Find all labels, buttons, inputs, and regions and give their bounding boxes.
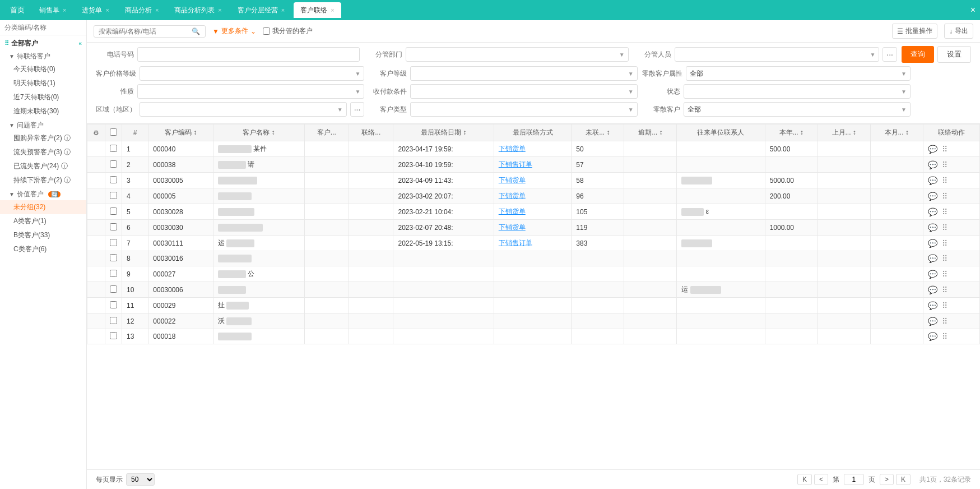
region-dots-btn[interactable]: ··· [350, 102, 365, 117]
action-comment-9[interactable]: 💬 [928, 270, 937, 279]
group-value-customers[interactable]: ▼ 价值客户 🔄 [0, 187, 86, 200]
more-conditions-btn[interactable]: ▼ 更多条件 ⌄ [212, 26, 256, 36]
th-this-year[interactable]: 本年... ↕ [765, 124, 818, 141]
action-grid-1[interactable]: ⠿ [942, 145, 948, 154]
action-grid-11[interactable]: ⠿ [942, 301, 948, 310]
batch-operation-btn[interactable]: ☰ 批量操作 [892, 24, 937, 39]
select-all-checkbox[interactable] [110, 128, 117, 136]
customer-type-select[interactable]: ▼ [410, 102, 637, 117]
action-grid-4[interactable]: ⠿ [942, 192, 948, 201]
close-tab-purchase-order[interactable]: × [105, 7, 109, 13]
action-comment-1[interactable]: 💬 [928, 145, 937, 154]
action-comment-10[interactable]: 💬 [928, 285, 937, 294]
region-select[interactable]: ▼ [140, 102, 347, 117]
row-checkbox-1[interactable] [110, 145, 117, 152]
sidebar-item-overdue-contact[interactable]: 逾期未联络(30) [0, 104, 86, 118]
th-last-contact-date[interactable]: 最后联络日期 ↕ [393, 124, 494, 141]
action-comment-11[interactable]: 💬 [928, 301, 937, 310]
payment-terms-select[interactable]: ▼ [410, 84, 637, 99]
close-tab-product-analysis[interactable]: × [155, 7, 159, 13]
action-comment-12[interactable]: 💬 [928, 317, 937, 326]
tab-customer-contact[interactable]: 客户联络 × [294, 2, 341, 18]
tab-product-analysis[interactable]: 商品分析 × [118, 2, 165, 18]
person-dots-btn[interactable]: ··· [883, 47, 897, 62]
search-input[interactable] [99, 27, 188, 35]
th-last-month[interactable]: 上月... ↕ [818, 124, 870, 141]
link-4[interactable]: 下销货单 [499, 192, 526, 200]
per-page-select[interactable]: 50 100 [126, 473, 155, 486]
th-settings[interactable]: ⚙ [87, 124, 105, 141]
group-problem-customers[interactable]: ▼ 问题客户 [0, 118, 86, 131]
row-checkbox-13[interactable] [110, 332, 117, 339]
sidebar-item-abnormal[interactable]: 囤购异常客户(2) ⓘ [0, 131, 86, 145]
action-comment-5[interactable]: 💬 [928, 207, 937, 216]
action-comment-8[interactable]: 💬 [928, 254, 937, 263]
row-checkbox-2[interactable] [110, 160, 117, 168]
sidebar-item-class-c[interactable]: C类客户(6) [0, 242, 86, 256]
sidebar-search-input[interactable] [4, 24, 87, 31]
action-grid-12[interactable]: ⠿ [942, 317, 948, 326]
action-grid-5[interactable]: ⠿ [942, 207, 948, 216]
tab-product-analysis-list[interactable]: 商品分析列表 × [168, 2, 228, 18]
action-grid-6[interactable]: ⠿ [942, 223, 948, 232]
person-select[interactable]: ▼ [675, 47, 880, 62]
action-grid-7[interactable]: ⠿ [942, 239, 948, 248]
link-5[interactable]: 下销货单 [499, 207, 526, 215]
retail-customer-select[interactable]: 全部 ▼ [684, 102, 911, 117]
group-pending-contact[interactable]: ▼ 待联络客户 [0, 49, 86, 62]
th-this-month[interactable]: 本月... ↕ [870, 124, 923, 141]
link-6[interactable]: 下销货单 [499, 223, 526, 231]
th-not-contact[interactable]: 未联... ↕ [572, 124, 624, 141]
tab-customer-segment[interactable]: 客户分层经营 × [231, 2, 291, 18]
action-comment-3[interactable]: 💬 [928, 176, 937, 185]
page-input[interactable] [844, 474, 864, 485]
action-grid-3[interactable]: ⠿ [942, 176, 948, 185]
all-customers-section[interactable]: ⠿ 全部客户 « [0, 35, 86, 49]
dept-select[interactable]: ▼ [406, 47, 628, 62]
action-grid-8[interactable]: ⠿ [942, 254, 948, 263]
sidebar-item-today-contact[interactable]: 今天待联络(0) [0, 62, 86, 76]
close-all-btn[interactable]: × [970, 5, 976, 15]
close-tab-product-analysis-list[interactable]: × [218, 7, 221, 13]
action-comment-13[interactable]: 💬 [928, 332, 937, 341]
link-1[interactable]: 下销货单 [499, 145, 526, 153]
last-page-btn[interactable]: K [896, 474, 911, 485]
row-checkbox-5[interactable] [110, 207, 117, 215]
link-3[interactable]: 下销货单 [499, 176, 526, 184]
search-icon[interactable]: 🔍 [192, 27, 200, 35]
link-2[interactable]: 下销售订单 [499, 160, 532, 168]
action-comment-4[interactable]: 💬 [928, 192, 937, 201]
sidebar-item-declining[interactable]: 持续下滑客户(2) ⓘ [0, 173, 86, 187]
phone-input[interactable] [137, 47, 360, 62]
sidebar-item-tomorrow-contact[interactable]: 明天待联络(1) [0, 76, 86, 90]
close-tab-customer-contact[interactable]: × [331, 7, 334, 13]
th-overdue[interactable]: 逾期... ↕ [624, 124, 677, 141]
row-checkbox-6[interactable] [110, 223, 117, 230]
reset-btn[interactable]: 设置 [937, 46, 971, 63]
nav-home[interactable]: 首页 [4, 5, 30, 15]
status-select[interactable]: ▼ [684, 84, 911, 99]
row-checkbox-9[interactable] [110, 270, 117, 277]
row-checkbox-11[interactable] [110, 301, 117, 308]
query-btn[interactable]: 查询 [902, 46, 934, 63]
action-grid-2[interactable]: ⠿ [942, 160, 948, 169]
close-tab-sales-order[interactable]: × [63, 7, 66, 13]
nature-select[interactable]: ▼ [137, 84, 364, 99]
link-7[interactable]: 下销售订单 [499, 239, 532, 247]
sidebar-item-ungrouped[interactable]: 未分组(32) [0, 200, 86, 214]
action-grid-9[interactable]: ⠿ [942, 270, 948, 279]
price-level-select[interactable]: ▼ [140, 66, 364, 81]
retail-attr-select[interactable]: 全部 ▼ [686, 66, 911, 81]
row-checkbox-10[interactable] [110, 285, 117, 293]
action-comment-6[interactable]: 💬 [928, 223, 937, 232]
sidebar-item-churn-warning[interactable]: 流失预警客户(3) ⓘ [0, 145, 86, 159]
first-page-btn[interactable]: K [797, 474, 812, 485]
export-btn[interactable]: ↓ 导出 [944, 24, 973, 39]
action-comment-7[interactable]: 💬 [928, 239, 937, 248]
th-name[interactable]: 客户名称 ↕ [213, 124, 305, 141]
row-checkbox-12[interactable] [110, 317, 117, 324]
action-grid-10[interactable]: ⠿ [942, 285, 948, 294]
my-customers-checkbox[interactable] [263, 27, 270, 35]
tab-purchase-order[interactable]: 进货单 × [75, 2, 115, 18]
customer-level-select[interactable]: ▼ [410, 66, 637, 81]
